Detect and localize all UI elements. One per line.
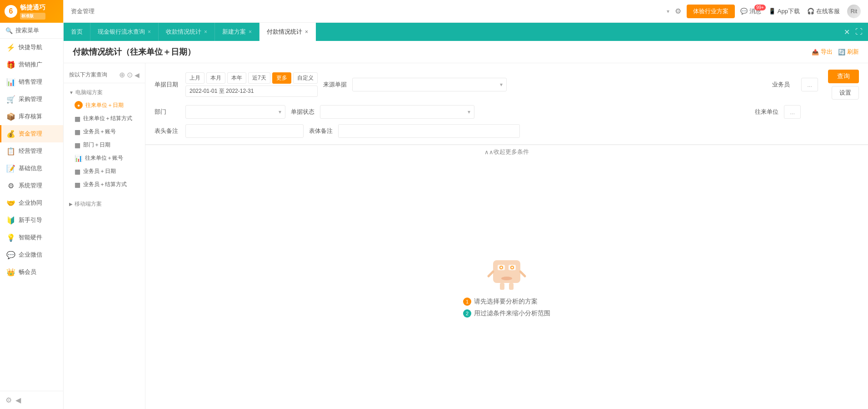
- online-service[interactable]: 🎧 在线客服: [807, 7, 840, 15]
- scheme-item-dept-date[interactable]: ▦ 部门＋日期: [64, 138, 145, 151]
- tabbar-right: ✕ ⛶: [844, 23, 868, 41]
- sidebar-item-wechat[interactable]: 💬 企业微信: [0, 246, 63, 263]
- empty-state: 1 请先选择要分析的方案 2 用过滤条件来缩小分析范围: [145, 159, 868, 409]
- msg-button[interactable]: 💬 消息 99+: [740, 7, 761, 15]
- sidebar-item-newguide[interactable]: 🔰 新手引导: [0, 212, 63, 229]
- scheme-item-partner-settlement[interactable]: ▦ 往来单位＋结算方式: [64, 112, 145, 125]
- action-buttons: 查询 设置: [823, 70, 859, 100]
- source-label: 来源单据: [323, 81, 349, 89]
- settings-button[interactable]: 设置: [832, 86, 859, 100]
- desktop-scheme-group: ▼ 电脑端方案 ● 往来单位＋日期 ▦ 往来单位＋结算方式 ▦ 业务员＋账号 ▦: [64, 83, 145, 195]
- sidebar-item-finance[interactable]: 💰 资金管理: [0, 125, 63, 142]
- date-range-display[interactable]: 2022-01-01 至 2022-12-31: [185, 86, 318, 97]
- trial-btn[interactable]: 体验行业方案: [687, 5, 735, 18]
- smarthw-icon: 💡: [7, 233, 15, 242]
- scheme-panel: 按以下方案查询 ⊕ ⊙ ◀ ▼ 电脑端方案 ● 往来单位＋日期 ▦: [64, 63, 145, 409]
- member-icon: 👑: [7, 268, 15, 276]
- empty-tip-2: 2 用过滤条件来缩小分析范围: [463, 309, 550, 318]
- logo-icon: 6: [5, 5, 17, 18]
- dept-dropdown[interactable]: ▾: [185, 105, 285, 119]
- tip-num-1: 1: [463, 298, 471, 306]
- scheme-item-staff-settlement[interactable]: ▦ 业务员＋结算方式: [64, 178, 145, 191]
- staff-input-top[interactable]: ...: [801, 78, 818, 91]
- tab-close-all-icon[interactable]: ✕: [844, 28, 850, 36]
- scheme-add-icon[interactable]: ⊕: [119, 71, 125, 79]
- query-button[interactable]: 查询: [828, 70, 859, 83]
- date-more[interactable]: 更多: [272, 72, 291, 84]
- partner-input[interactable]: ...: [784, 105, 801, 119]
- sidebar-item-purchase[interactable]: 🛒 采购管理: [0, 91, 63, 108]
- empty-illustration: [484, 247, 529, 292]
- collapse-button[interactable]: ∧∧ 收起更多条件: [145, 145, 868, 159]
- sidebar-item-sales[interactable]: 📊 销售管理: [0, 73, 63, 91]
- date-this-month[interactable]: 本月: [206, 72, 225, 84]
- scheme-settings-icon[interactable]: ⊙: [127, 71, 133, 79]
- scheme-panel-header: 按以下方案查询 ⊕ ⊙ ◀: [64, 68, 145, 83]
- tab-new-scheme-close[interactable]: ×: [249, 29, 252, 35]
- scheme-item-staff-account[interactable]: ▦ 业务员＋账号: [64, 125, 145, 138]
- filter-row-3: 表头备注 表体备注: [155, 124, 859, 138]
- partner-field: 往来单位 ...: [755, 105, 801, 119]
- body-note-label: 表体备注: [309, 127, 334, 135]
- content-area: 按以下方案查询 ⊕ ⊙ ◀ ▼ 电脑端方案 ● 往来单位＋日期 ▦: [64, 63, 868, 409]
- refresh-button[interactable]: 🔄 刷新: [838, 48, 859, 56]
- tab-bank[interactable]: 现金银行流水查询 ×: [90, 23, 159, 41]
- sidebar-item-sysmanage[interactable]: ⚙ 系统管理: [0, 177, 63, 194]
- scheme-item-partner-account[interactable]: 📊 往来单位＋账号: [64, 151, 145, 165]
- search-menu[interactable]: 🔍 搜索菜单: [0, 23, 63, 39]
- date-section: 上月 本月 本年 近7天 更多 自定义 2022-01-01 至 2022-12…: [185, 72, 318, 97]
- export-button[interactable]: 📤 导出: [812, 48, 833, 56]
- scheme-collapse-icon[interactable]: ◀: [135, 71, 140, 79]
- tab-new-scheme[interactable]: 新建方案 ×: [215, 23, 259, 41]
- app-download[interactable]: 📱 App下载: [768, 7, 800, 15]
- dept-label: 部门: [155, 108, 180, 116]
- mobile-group-header[interactable]: ▶ 移动端方案: [64, 198, 145, 210]
- sales-icon: 📊: [7, 78, 15, 86]
- sidebar-item-cooperation[interactable]: 🤝 企业协同: [0, 194, 63, 212]
- sidebar-item-member[interactable]: 👑 畅会员: [0, 263, 63, 281]
- body-note-input[interactable]: [338, 124, 520, 138]
- page-header: 付款情况统计（往来单位＋日期） 📤 导出 🔄 刷新: [64, 41, 868, 63]
- sidebar-item-marketing[interactable]: 🎁 营销推广: [0, 56, 63, 73]
- header-note-input[interactable]: [185, 124, 304, 138]
- tab-payments[interactable]: 付款情况统计 ×: [259, 23, 316, 41]
- footer-collapse-icon[interactable]: ◀: [15, 396, 21, 404]
- topbar-gear-icon[interactable]: ⚙: [675, 7, 681, 15]
- date-custom[interactable]: 自定义: [293, 72, 318, 84]
- staff-field-top: 业务员 ...: [772, 78, 818, 91]
- date-options-row: 上月 本月 本年 近7天 更多 自定义: [185, 72, 318, 84]
- source-dropdown[interactable]: ▾: [352, 78, 507, 91]
- breadcrumb-dropdown[interactable]: ▾: [667, 8, 669, 15]
- svg-rect-6: [500, 283, 504, 290]
- topbar: 资金管理 ▾ ⚙ 体验行业方案 💬 消息 99+ 📱 App下载 🎧 在线客服 …: [64, 0, 868, 23]
- scheme-item-partner-date[interactable]: ● 往来单位＋日期: [64, 98, 145, 112]
- tab-receipts[interactable]: 收款情况统计 ×: [159, 23, 215, 41]
- basicinfo-icon: 📝: [7, 164, 15, 172]
- sidebar-item-quick-nav[interactable]: ⚡ 快捷导航: [0, 39, 63, 56]
- tab-bank-close[interactable]: ×: [148, 29, 151, 35]
- avatar[interactable]: Rit: [847, 5, 861, 18]
- tab-receipts-close[interactable]: ×: [204, 29, 207, 35]
- scheme-icon-2: ▦: [75, 128, 80, 136]
- mobile-arrow-icon: ▶: [69, 202, 73, 207]
- tab-payments-close[interactable]: ×: [305, 29, 308, 35]
- sidebar-item-smarthw[interactable]: 💡 智能硬件: [0, 229, 63, 246]
- sidebar-item-basicinfo[interactable]: 📝 基础信息: [0, 160, 63, 177]
- sidebar-item-operation[interactable]: 📋 经营管理: [0, 142, 63, 160]
- sidebar: 6 畅捷通巧 标准版 🔍 搜索菜单 ⚡ 快捷导航 🎁 营销推广 📊 销售管理 🛒…: [0, 0, 64, 409]
- sidebar-item-inventory[interactable]: 📦 库存核算: [0, 108, 63, 125]
- tab-home[interactable]: 首页: [64, 23, 90, 41]
- desktop-group-header[interactable]: ▼ 电脑端方案: [64, 87, 145, 98]
- mobile-scheme-group: ▶ 移动端方案: [64, 195, 145, 213]
- date-last7[interactable]: 近7天: [248, 72, 270, 84]
- date-this-year[interactable]: 本年: [227, 72, 246, 84]
- voucher-status-dropdown[interactable]: ▾: [320, 105, 474, 119]
- staff-label-top: 业务员: [772, 81, 798, 89]
- scheme-item-staff-date[interactable]: ▦ 业务员＋日期: [64, 165, 145, 178]
- export-icon: 📤: [812, 49, 819, 56]
- footer-settings-icon[interactable]: ⚙: [5, 396, 12, 404]
- date-last-month[interactable]: 上月: [185, 72, 205, 84]
- date-label: 单据日期: [155, 81, 180, 89]
- filter-area: 单据日期 上月 本月 本年 近7天 更多 自定义 2022-01-01 至 20…: [145, 63, 868, 145]
- tab-maximize-icon[interactable]: ⛶: [855, 28, 863, 36]
